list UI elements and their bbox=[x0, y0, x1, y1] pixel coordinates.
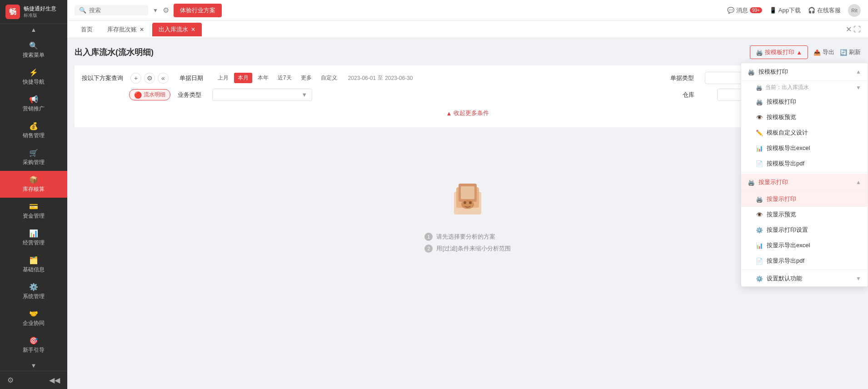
disp-pdf-icon: 📄 bbox=[756, 258, 763, 264]
disp-settings-icon: ⚙️ bbox=[756, 227, 763, 234]
date-tab-7days[interactable]: 近7天 bbox=[274, 73, 295, 83]
tab-flow[interactable]: 出入库流水 ✕ bbox=[152, 23, 202, 36]
search-input[interactable] bbox=[89, 7, 144, 14]
date-tab-current-year[interactable]: 本年 bbox=[254, 73, 272, 83]
tmpl-print-label: 按模板打印 bbox=[767, 98, 796, 106]
tab-batch-close[interactable]: ✕ bbox=[140, 26, 144, 33]
tmpl-export-excel-item[interactable]: 📊 按模板导出excel bbox=[741, 140, 868, 156]
print-icon: 🖨️ bbox=[756, 49, 763, 56]
sidebar: 畅 畅捷通好生意 标准版 ▲ 🔍 搜索菜单 ⚡ 快捷导航 📢 营销推广 💰 销售… bbox=[0, 0, 67, 389]
tab-batch-label: 库存批次账 bbox=[107, 25, 137, 34]
print-label: 按模板打印 bbox=[765, 48, 794, 56]
biz-type-select[interactable]: ▼ bbox=[212, 89, 312, 101]
message-label: 消息 bbox=[736, 6, 748, 15]
logo-text: 畅捷通好生意 标准版 bbox=[24, 5, 56, 19]
disp-export-pdf-item[interactable]: 📄 按显示导出pdf bbox=[741, 253, 868, 269]
date-tab-last-month[interactable]: 上月 bbox=[214, 73, 232, 83]
tab-home[interactable]: 首页 bbox=[75, 23, 99, 36]
sidebar-item-purchase[interactable]: 🛒 采购管理 bbox=[0, 144, 67, 171]
date-tab-custom[interactable]: 自定义 bbox=[317, 73, 341, 83]
sidebar-item-search[interactable]: 🔍 搜索菜单 bbox=[0, 37, 67, 64]
industry-solution-button[interactable]: 体验行业方案 bbox=[174, 4, 222, 17]
template-section-arrow: ▲ bbox=[856, 69, 861, 75]
marketing-icon: 📢 bbox=[29, 95, 38, 104]
collapse-btn[interactable]: ▲ 收起更多条件 bbox=[446, 109, 489, 117]
sidebar-item-cooperation[interactable]: 🤝 企业协同 bbox=[0, 305, 67, 332]
online-service-label: 在线客服 bbox=[817, 6, 841, 15]
tmpl-print-icon: 🖨️ bbox=[756, 99, 763, 105]
settings-icon[interactable]: ⚙ bbox=[7, 376, 14, 384]
refresh-button[interactable]: 🔄 刷新 bbox=[840, 48, 861, 56]
message-badge: 99+ bbox=[750, 7, 762, 13]
online-service-button[interactable]: 🎧 在线客服 bbox=[808, 6, 841, 15]
disp-preview-icon: 👁️ bbox=[756, 211, 763, 218]
tmpl-preview-item[interactable]: 👁️ 按模板预览 bbox=[741, 110, 868, 125]
sidebar-item-quick-nav[interactable]: ⚡ 快捷导航 bbox=[0, 64, 67, 90]
default-arrow: ▼ bbox=[856, 275, 861, 282]
chevron-down-icon[interactable]: ▼ bbox=[153, 7, 158, 14]
add-filter-button[interactable]: + bbox=[130, 73, 141, 84]
tmpl-custom-icon: ✏️ bbox=[756, 130, 763, 136]
sidebar-item-guide[interactable]: 🎯 新手引导 bbox=[0, 332, 67, 359]
header-left: 🔍 ▼ ⚙ 体验行业方案 bbox=[75, 4, 222, 17]
tab-close-all-button[interactable]: ✕ bbox=[846, 25, 852, 34]
sidebar-scroll-down[interactable]: ▼ bbox=[0, 360, 67, 371]
date-tab-more[interactable]: 更多 bbox=[297, 73, 315, 83]
sidebar-item-basic[interactable]: 🗂️ 基础信息 bbox=[0, 251, 67, 278]
date-tab-current-month[interactable]: 本月 bbox=[234, 73, 252, 83]
disp-preview-item[interactable]: 👁️ 按显示预览 bbox=[741, 207, 868, 222]
funds-icon: 💳 bbox=[29, 202, 38, 211]
tmpl-export-pdf-item[interactable]: 📄 按模板导出pdf bbox=[741, 156, 868, 171]
export-label: 导出 bbox=[823, 48, 834, 56]
content-area: 出入库流水(流水明细) 🖨️ 按模板打印 ▲ 📤 导出 🔄 刷新 bbox=[67, 38, 868, 389]
print-button[interactable]: 🖨️ 按模板打印 ▲ bbox=[750, 45, 808, 59]
disp-export-excel-item[interactable]: 📊 按显示导出excel bbox=[741, 238, 868, 253]
sidebar-scroll-up[interactable]: ▲ bbox=[0, 24, 67, 35]
sidebar-item-funds[interactable]: 💳 资金管理 bbox=[0, 198, 67, 224]
svg-point-5 bbox=[464, 201, 466, 204]
app-download-button[interactable]: 📱 App下载 bbox=[769, 6, 801, 15]
search-nav-icon: 🔍 bbox=[29, 41, 38, 50]
flow-tag[interactable]: 🔴 流水明细 bbox=[129, 89, 170, 100]
display-section-header[interactable]: 🖨️ 按显示打印 ▲ bbox=[741, 174, 868, 191]
header-right: 💬 消息 99+ 📱 App下载 🎧 在线客服 Rit bbox=[727, 4, 861, 17]
disp-print-settings-item[interactable]: ⚙️ 按显示打印设置 bbox=[741, 222, 868, 238]
tmpl-custom-item[interactable]: ✏️ 模板自定义设计 bbox=[741, 125, 868, 140]
sidebar-item-label: 库存核算 bbox=[23, 185, 45, 193]
export-button[interactable]: 📤 导出 bbox=[813, 48, 834, 56]
disp-print-item[interactable]: 🖨️ 按显示打印 bbox=[741, 191, 868, 207]
tab-maximize-button[interactable]: ⛶ bbox=[853, 25, 861, 34]
tab-batch[interactable]: 库存批次账 ✕ bbox=[101, 23, 150, 36]
headset-icon: 🎧 bbox=[808, 7, 815, 14]
sidebar-item-inventory[interactable]: 📦 库存核算 bbox=[0, 171, 67, 198]
user-menu[interactable]: Rit bbox=[848, 4, 861, 17]
biz-type-label: 业务类型 bbox=[178, 91, 205, 99]
date-range: 2023-06-01 至 2023-06-30 bbox=[348, 74, 413, 82]
set-default-item[interactable]: ⚙️ 设置默认功能 ▼ bbox=[741, 271, 868, 286]
display-print-icon: 🖨️ bbox=[748, 179, 755, 186]
filter-settings-button[interactable]: ⚙ bbox=[144, 73, 155, 84]
message-button[interactable]: 💬 消息 99+ bbox=[727, 6, 762, 15]
dropdown-divider bbox=[741, 172, 868, 173]
sidebar-item-label: 系统管理 bbox=[23, 293, 45, 300]
filter-collapse-button[interactable]: « bbox=[158, 73, 169, 84]
gear-icon[interactable]: ⚙ bbox=[163, 6, 169, 15]
sidebar-item-sales[interactable]: 💰 销售管理 bbox=[0, 117, 67, 144]
sidebar-item-operations[interactable]: 📊 经营管理 bbox=[0, 224, 67, 251]
svg-point-4 bbox=[461, 200, 474, 209]
operations-icon: 📊 bbox=[29, 229, 38, 238]
disp-print-label: 按显示打印 bbox=[767, 195, 796, 203]
sidebar-item-marketing[interactable]: 📢 营销推广 bbox=[0, 90, 67, 117]
print-template-section-header[interactable]: 🖨️ 按模板打印 ▲ bbox=[741, 63, 868, 81]
display-section-arrow: ▲ bbox=[856, 179, 861, 185]
sidebar-item-system[interactable]: ⚙️ 系统管理 bbox=[0, 278, 67, 305]
tab-flow-close[interactable]: ✕ bbox=[191, 26, 195, 33]
header-search-box: 🔍 bbox=[75, 5, 148, 15]
tmpl-custom-label: 模板自定义设计 bbox=[767, 129, 808, 137]
current-template-arrow: ▼ bbox=[856, 85, 861, 91]
collapse-icon[interactable]: ◀◀ bbox=[49, 376, 60, 384]
collapse-label: 收起更多条件 bbox=[454, 109, 489, 117]
tmpl-print-item[interactable]: 🖨️ 按模板打印 bbox=[741, 94, 868, 110]
sidebar-logo: 畅 畅捷通好生意 标准版 bbox=[0, 0, 67, 24]
system-icon: ⚙️ bbox=[29, 283, 38, 291]
